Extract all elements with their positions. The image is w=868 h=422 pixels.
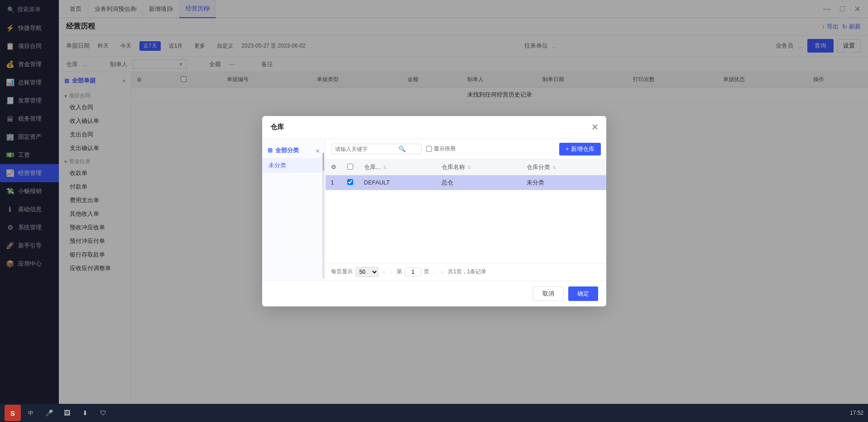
dialog-col-settings[interactable]: ⚙ [326, 160, 342, 175]
warehouse-dialog: 仓库 ✕ ⊞ 全部分类 « 未分类 [262, 116, 606, 306]
taskbar-app-s[interactable]: S [5, 405, 21, 421]
dialog-last-btn[interactable]: » [439, 269, 445, 275]
show-disabled-label: 显示停用 [434, 145, 456, 153]
cancel-button[interactable]: 取消 [533, 286, 564, 301]
dialog-table: ⚙ 仓库... ⇅ 仓库名称 ⇅ [326, 160, 606, 190]
dialog-total-info: 共1页，1条记录 [448, 268, 486, 276]
taskbar-right: 17:52 [850, 410, 863, 416]
taskbar-app-mic[interactable]: 🎤 [41, 405, 57, 421]
dialog-row-name: 总仓 [436, 175, 521, 190]
show-disabled-checkbox[interactable] [426, 146, 432, 152]
dialog-first-btn[interactable]: « [381, 269, 387, 275]
table-row[interactable]: 1 DEFAULT 总仓 未分类 [326, 175, 606, 190]
confirm-button[interactable]: 确定 [568, 286, 598, 301]
dialog-scrollbar-thumb [322, 153, 324, 171]
add-warehouse-icon: + [566, 146, 569, 152]
dialog-col-name: 仓库名称 ⇅ [436, 160, 521, 175]
dialog-scrollbar [322, 153, 324, 279]
dialog-body: ⊞ 全部分类 « 未分类 🔍 [262, 139, 606, 281]
dialog-all-categories[interactable]: ⊞ 全部分类 « [262, 143, 325, 158]
dialog-search-input[interactable] [335, 146, 398, 152]
add-warehouse-button[interactable]: + 新增仓库 [559, 143, 601, 155]
category-item-uncategorized[interactable]: 未分类 [262, 158, 325, 173]
dialog-close-button[interactable]: ✕ [591, 122, 598, 132]
add-warehouse-label: 新增仓库 [571, 145, 595, 153]
dialog-footer: 取消 确定 [262, 281, 606, 306]
dialog-search-icon[interactable]: 🔍 [398, 146, 406, 152]
dialog-row-checkbox-cell [342, 175, 359, 190]
dialog-row-checkbox[interactable] [347, 179, 353, 185]
dialog-row-num: 1 [326, 175, 342, 190]
left-panel-collapse-btn[interactable]: « [316, 147, 320, 154]
dialog-toolbar: 🔍 显示停用 + 新增仓库 [326, 139, 606, 160]
dialog-page-label: 第 [397, 268, 402, 276]
dialog-row-category: 未分类 [521, 175, 606, 190]
all-categories-icon: ⊞ [268, 147, 273, 154]
dialog-prev-btn[interactable]: ‹ [389, 269, 394, 275]
taskbar-app-img[interactable]: 🖼 [59, 405, 75, 421]
dialog-col-checkbox[interactable] [342, 160, 359, 175]
dialog-page-input[interactable] [405, 267, 421, 276]
dialog-per-page-select[interactable]: 50 100 [355, 267, 379, 277]
dialog-select-all[interactable] [347, 164, 353, 170]
dialog-table-wrapper: ⚙ 仓库... ⇅ 仓库名称 ⇅ [326, 160, 606, 263]
dialog-left-panel: ⊞ 全部分类 « 未分类 [262, 139, 326, 281]
taskbar-app-zh[interactable]: 中 [23, 405, 39, 421]
dialog-page-suffix: 页 [424, 268, 429, 276]
dialog-row-code: DEFAULT [359, 175, 436, 190]
dialog-col-category: 仓库分类 ⇅ [521, 160, 606, 175]
dialog-search-box: 🔍 [331, 144, 422, 154]
taskbar-time: 17:52 [850, 410, 863, 416]
all-categories-label: 全部分类 [275, 146, 299, 155]
dialog-categories-list: 未分类 [262, 158, 325, 277]
dialog-title: 仓库 [270, 123, 284, 131]
modal-overlay: 仓库 ✕ ⊞ 全部分类 « 未分类 [0, 0, 868, 422]
show-disabled-wrapper: 显示停用 [426, 145, 456, 153]
dialog-col-name-sort[interactable]: ⇅ [467, 165, 471, 170]
dialog-per-page-label: 每页显示 [331, 268, 353, 276]
dialog-col-code: 仓库... ⇅ [359, 160, 436, 175]
taskbar-apps: S 中 🎤 🖼 ⬇ 🛡 [5, 405, 111, 421]
taskbar: S 中 🎤 🖼 ⬇ 🛡 17:52 [0, 404, 868, 422]
dialog-pagination: 每页显示 50 100 « ‹ 第 页 › » 共1页，1条记录 [326, 263, 606, 281]
dialog-next-btn[interactable]: › [432, 269, 436, 275]
dialog-col-code-sort[interactable]: ⇅ [383, 165, 387, 170]
dialog-right-panel: 🔍 显示停用 + 新增仓库 [326, 139, 606, 281]
dialog-header: 仓库 ✕ [262, 116, 606, 139]
dialog-col-category-sort[interactable]: ⇅ [552, 165, 556, 170]
taskbar-app-shield[interactable]: 🛡 [95, 405, 111, 421]
taskbar-app-down[interactable]: ⬇ [77, 405, 93, 421]
